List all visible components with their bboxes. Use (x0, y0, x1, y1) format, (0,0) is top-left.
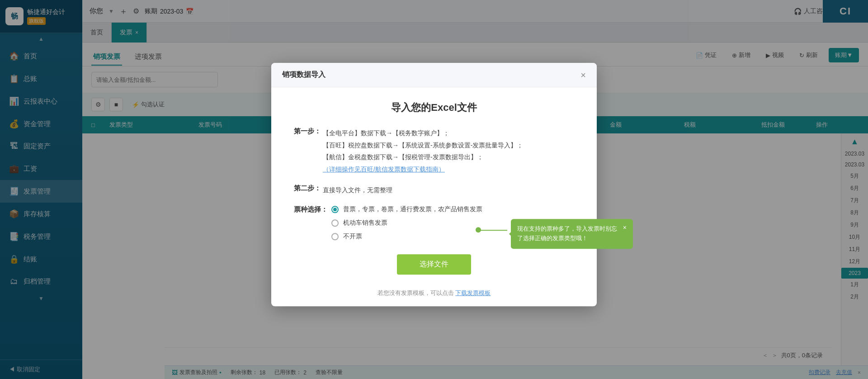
radio-1-label: 普票，专票，卷票，通行费发票，农产品销售发票 (343, 205, 482, 213)
radio-option-2[interactable]: 机动车销售发票 (331, 219, 482, 227)
radio-3-label: 不开票 (343, 232, 362, 241)
download-hint-text: 若您没有发票模板，可以点击 (377, 289, 454, 296)
step1-content: 【全电平台】数据下载→【税务数字账户】； 【百旺】税控盘数据下载→【系统设置-系… (321, 127, 523, 175)
download-template-link[interactable]: 下载发票模板 (455, 289, 491, 296)
tooltip-callout: × 现在支持的票种多了，导入发票时别忘了选择正确的发票类型哦！ (511, 219, 633, 249)
radio-2-circle (331, 219, 339, 227)
tooltip-dot (476, 227, 481, 232)
modal-header: 销项数据导入 × (271, 63, 597, 87)
select-file-btn[interactable]: 选择文件 (397, 254, 471, 275)
import-modal: 销项数据导入 × 导入您的Excel文件 第一步： 【全电平台】数据下载→【税务… (271, 63, 597, 306)
tooltip-connector (480, 230, 507, 231)
modal-footer: 选择文件 若您没有发票模板，可以点击 下载发票模板 (271, 250, 597, 306)
step-1: 第一步： 【全电平台】数据下载→【税务数字账户】； 【百旺】税控盘数据下载→【系… (294, 127, 574, 175)
tooltip-text: 现在支持的票种多了，导入发票时别忘了选择正确的发票类型哦！ (517, 225, 617, 242)
step1-link[interactable]: （详细操作见百旺/航信发票数据下载指南） (323, 163, 523, 175)
radio-1-dot (333, 208, 337, 211)
ticket-label: 票种选择： (294, 205, 328, 214)
download-hint: 若您没有发票模板，可以点击 下载发票模板 (294, 289, 574, 297)
tooltip-close-btn[interactable]: × (623, 224, 627, 231)
step1-line-3: 【航信】金税盘数据下载→【报税管理-发票数据导出】； (323, 151, 523, 163)
step-2: 第二步： 直接导入文件，无需整理 (294, 185, 574, 197)
step1-line-2: 【百旺】税控盘数据下载→【系统设置-系统参数设置-发票批量导入】； (323, 139, 523, 152)
step2-content: 直接导入文件，无需整理 (321, 185, 392, 197)
modal-main-title: 导入您的Excel文件 (294, 101, 574, 114)
radio-option-1[interactable]: 普票，专票，卷票，通行费发票，农产品销售发票 (331, 205, 482, 213)
step2-title: 第二步： (294, 185, 321, 193)
step1-title: 第一步： (294, 127, 321, 136)
modal-close-btn[interactable]: × (580, 71, 586, 80)
radio-2-label: 机动车销售发票 (343, 219, 387, 227)
modal-body: 导入您的Excel文件 第一步： 【全电平台】数据下载→【税务数字账户】； 【百… (271, 87, 597, 250)
radio-3-circle (331, 233, 339, 240)
modal-title: 销项数据导入 (282, 70, 326, 80)
radio-1-circle (331, 206, 339, 213)
step1-line-1: 【全电平台】数据下载→【税务数字账户】； (323, 127, 523, 139)
ticket-section: 票种选择： 普票，专票，卷票，通行费发票，农产品销售发票 机动车销售发票 (294, 205, 574, 241)
radio-group: 普票，专票，卷票，通行费发票，农产品销售发票 机动车销售发票 不开票 (328, 205, 482, 241)
tooltip-wrapper: × 现在支持的票种多了，导入发票时别忘了选择正确的发票类型哦！ (511, 219, 633, 249)
radio-option-3[interactable]: 不开票 (331, 232, 482, 241)
